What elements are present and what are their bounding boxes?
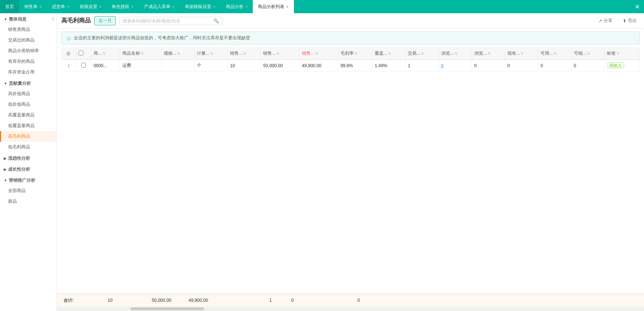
sidebar-item-new-goods[interactable]: 新品 xyxy=(0,196,57,207)
col-sales-amount[interactable]: 销售... ⇅ xyxy=(261,47,299,60)
sidebar-item-low-coverage[interactable]: 低覆盖量商品 xyxy=(0,120,57,131)
footer-total: 合计: 10 50,000.00 49,900.00 1 0 0 xyxy=(57,293,644,307)
col-settings[interactable]: ⚙ xyxy=(61,47,76,60)
sidebar-item-high-margin[interactable]: 高毛利商品 xyxy=(0,131,57,142)
col-unit[interactable]: 计量... ⇅ xyxy=(194,47,227,60)
header-actions: ↗ 分享 ⬆ 导出 xyxy=(596,17,640,25)
nav-item-goods-analysis[interactable]: 商品分析 × xyxy=(221,0,253,13)
close-permissions-tab[interactable]: × xyxy=(99,4,101,9)
row-browse2: 0 xyxy=(472,60,505,72)
row-sales-qty: 10 xyxy=(228,60,261,72)
close-roles-tab[interactable]: × xyxy=(131,4,133,9)
row-current-stock: 0 xyxy=(505,60,538,72)
col-saleable[interactable]: 可销... ⇅ xyxy=(571,47,604,60)
row-name: 运费 xyxy=(120,60,161,72)
sidebar-item-all-goods[interactable]: 全部商品 xyxy=(0,185,57,196)
group-arrow-overall: ▼ xyxy=(4,17,7,21)
search-box: 🔍 xyxy=(119,17,222,25)
row-checkbox-cell[interactable] xyxy=(76,60,91,72)
col-sales-qty[interactable]: 销售... ⇅ xyxy=(228,47,261,60)
sidebar-group-overall[interactable]: ▼ 整体信息 xyxy=(0,13,57,24)
col-checkbox xyxy=(76,47,91,60)
sort-icon-name: ⇅ xyxy=(141,51,144,55)
nav-item-template[interactable]: 单据模板设置 × xyxy=(180,0,220,13)
sidebar-item-low-value[interactable]: 低价值商品 xyxy=(0,99,57,110)
search-input[interactable] xyxy=(123,18,213,23)
sidebar-item-in-stock[interactable]: 有库存的商品 xyxy=(0,56,57,67)
row-checkbox[interactable] xyxy=(81,63,86,68)
col-transaction[interactable]: 交易... ⇅ xyxy=(406,47,439,60)
col-current-stock[interactable]: 现有... ⇅ xyxy=(505,47,538,60)
group-arrow-growth: ▶ xyxy=(4,167,7,171)
row-transaction: 1 xyxy=(406,60,439,72)
footer-available: 0 xyxy=(355,298,377,303)
top-navigation: 首页 销售单 × 进货单 × 权限设置 × 角色授权 × 产成品入库单 × 单据… xyxy=(0,0,644,13)
sidebar-group-contribution[interactable]: ▼ 贡献量分析 xyxy=(0,77,57,88)
nav-item-sales[interactable]: 销售单 × xyxy=(19,0,47,13)
bottom-scrollbar[interactable] xyxy=(57,307,644,311)
close-template-tab[interactable]: × xyxy=(213,4,215,9)
sidebar-item-stock-capital[interactable]: 库存资金占用 xyxy=(0,67,57,77)
row-sales-profit: 49,900.00 xyxy=(299,60,338,72)
row-num: 1 xyxy=(61,60,76,72)
row-browse1[interactable]: 0 xyxy=(439,60,472,72)
sort-icon-sales-qty: ⇅ xyxy=(243,51,246,55)
sidebar-item-category-rate[interactable]: 商品分类助销率 xyxy=(0,46,57,56)
col-browse1[interactable]: 浏览... ⇅ xyxy=(439,47,472,60)
group-arrow-flow: ▶ xyxy=(4,156,7,160)
group-arrow-marketing: ▼ xyxy=(4,178,7,182)
col-code[interactable]: 商... ⇅ xyxy=(91,47,120,60)
footer-browse: 0 xyxy=(289,298,311,303)
col-available[interactable]: 可用... ⇅ xyxy=(538,47,571,60)
main-layout: 《 ▼ 整体信息 销售类商品 交易过的商品 商品分类助销率 有库存的商品 库存资… xyxy=(0,13,644,311)
close-product-inbound-tab[interactable]: × xyxy=(172,4,175,9)
col-gross-margin[interactable]: 毛利率 ⇅ xyxy=(338,47,372,60)
total-values: 10 50,000.00 49,900.00 1 0 0 xyxy=(105,298,399,303)
nav-item-home[interactable]: 首页 xyxy=(0,0,19,13)
sort-icon-spec: ⇅ xyxy=(177,51,180,55)
col-spec[interactable]: 规格... ⇅ xyxy=(161,47,194,60)
nav-item-goods-analysis-list[interactable]: 商品分析列表 × xyxy=(253,0,294,13)
col-sales-profit[interactable]: 销售... ⇅ xyxy=(299,47,338,60)
col-browse2[interactable]: 浏览... ⇅ xyxy=(472,47,505,60)
share-btn[interactable]: ↗ 分享 xyxy=(596,17,615,25)
row-sales-amount: 50,000.00 xyxy=(261,60,299,72)
nav-item-product-inbound[interactable]: 产成品入库单 × xyxy=(139,0,180,13)
sort-icon-sales-amount: ⇅ xyxy=(276,51,279,55)
info-banner: ◇ 企业的主要的利润都是这部分商品创造的，可考虑加大推广，同时关注库存是不要出现… xyxy=(61,32,640,44)
footer-sales-qty: 10 xyxy=(105,298,150,303)
footer-sales-amount: 50,000.00 xyxy=(150,298,186,303)
close-sales-tab[interactable]: × xyxy=(39,4,42,9)
close-purchase-tab[interactable]: × xyxy=(67,4,69,9)
sidebar-item-traded-goods[interactable]: 交易过的商品 xyxy=(0,35,57,46)
sidebar-group-flow[interactable]: ▶ 流趋性分析 xyxy=(0,152,57,163)
col-name[interactable]: 商品名称 ⇅ xyxy=(120,47,161,60)
row-saleable: 0 xyxy=(571,60,604,72)
gear-icon[interactable]: ⚙ xyxy=(66,51,71,57)
nav-item-purchase[interactable]: 进货单 × xyxy=(47,0,74,13)
sidebar-item-high-value[interactable]: 高价值商品 xyxy=(0,88,57,99)
row-tag: 高收入 xyxy=(604,60,639,72)
export-btn[interactable]: ⬆ 导出 xyxy=(620,17,640,25)
nav-item-permissions[interactable]: 权限设置 × xyxy=(75,0,107,13)
select-all-checkbox[interactable] xyxy=(79,51,83,55)
sidebar-item-high-coverage[interactable]: 高覆盖量商品 xyxy=(0,110,57,120)
sidebar-item-sales-goods[interactable]: 销售类商品 xyxy=(0,24,57,35)
close-goods-analysis-list-tab[interactable]: × xyxy=(286,4,288,9)
sidebar-item-low-margin[interactable]: 低毛利商品 xyxy=(0,142,57,152)
close-all-tabs[interactable]: ✕ xyxy=(630,3,644,10)
sort-icon-unit: ⇅ xyxy=(210,51,213,55)
nav-item-roles[interactable]: 角色授权 × xyxy=(107,0,138,13)
scrollbar-thumb[interactable] xyxy=(130,307,204,310)
sidebar-collapse-btn[interactable]: 《 xyxy=(49,16,54,23)
col-coverage[interactable]: 覆盖... ⇅ xyxy=(373,47,406,60)
filter-recent-month-btn[interactable]: 近一月 xyxy=(94,16,116,25)
sidebar-group-growth[interactable]: ▶ 成长性分析 xyxy=(0,163,57,174)
sort-icon-current-stock: ⇅ xyxy=(521,51,524,55)
close-goods-analysis-tab[interactable]: × xyxy=(245,4,248,9)
col-tag[interactable]: 标签 ⇅ xyxy=(604,47,639,60)
sort-icon-coverage: ⇅ xyxy=(388,51,391,55)
sort-icon-browse1: ⇅ xyxy=(454,51,457,55)
sidebar-group-marketing[interactable]: ▼ 营销推广分析 xyxy=(0,174,57,185)
search-icon[interactable]: 🔍 xyxy=(213,18,219,23)
